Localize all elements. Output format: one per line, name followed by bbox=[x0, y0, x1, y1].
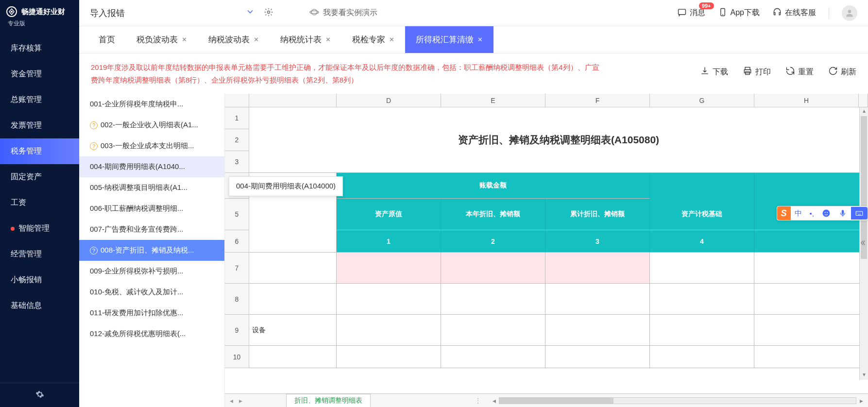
report-item[interactable]: 012-减免所得税优惠明细表(... bbox=[79, 323, 224, 344]
report-item[interactable]: 005-纳税调整项目明细表(A1... bbox=[79, 177, 224, 198]
row-header[interactable]: 1 bbox=[225, 107, 249, 129]
col-num: 3 bbox=[545, 230, 650, 253]
report-item[interactable]: 001-企业所得税年度纳税申... bbox=[79, 94, 224, 115]
data-cell[interactable] bbox=[545, 253, 650, 284]
data-cell[interactable] bbox=[754, 315, 868, 346]
sidebar-item[interactable]: 固定资产 bbox=[0, 164, 79, 190]
col-header[interactable]: H bbox=[754, 94, 859, 107]
report-item[interactable]: 010-免税、减计收入及加计... bbox=[79, 282, 224, 303]
sidebar-item[interactable]: 资金管理 bbox=[0, 61, 79, 87]
sidebar-item[interactable]: 库存核算 bbox=[0, 35, 79, 61]
row-header[interactable]: 8 bbox=[225, 284, 249, 315]
data-cell[interactable] bbox=[545, 346, 650, 368]
sidebar-item[interactable]: 工资 bbox=[0, 190, 79, 216]
row-header[interactable]: 10 bbox=[225, 346, 249, 368]
col-label: 本年折旧、摊销额 bbox=[441, 199, 545, 230]
report-item[interactable]: 009-企业所得税弥补亏损明... bbox=[79, 261, 224, 282]
app-download-button[interactable]: App下载 bbox=[718, 7, 760, 19]
topbar: 导入报错 我要看实例演示 消息 99+ bbox=[79, 0, 868, 26]
data-cell[interactable] bbox=[441, 253, 545, 284]
sidebar-item[interactable]: 总账管理 bbox=[0, 87, 79, 113]
tab[interactable]: 所得税汇算清缴✕ bbox=[405, 26, 494, 53]
reset-icon bbox=[785, 66, 795, 78]
data-cell[interactable] bbox=[754, 284, 868, 315]
col-label: 累计折旧、摊销额 bbox=[545, 199, 650, 230]
col-header[interactable]: E bbox=[441, 94, 545, 107]
row-headers: 1 2 3 4 5 6 7 8 9 10 bbox=[225, 107, 249, 368]
report-item[interactable]: 007-广告费和业务宣传费跨... bbox=[79, 219, 224, 240]
report-item[interactable]: ?008-资产折旧、摊销及纳税... bbox=[79, 240, 224, 261]
close-icon[interactable]: ✕ bbox=[254, 36, 259, 43]
row-header[interactable]: 7 bbox=[225, 253, 249, 284]
sheet-nav[interactable]: ◂▸ bbox=[225, 394, 247, 407]
ime-lang[interactable]: 中 bbox=[791, 207, 806, 220]
close-icon[interactable]: ✕ bbox=[477, 36, 483, 43]
row-header[interactable]: 3 bbox=[225, 151, 249, 173]
col-header[interactable]: F bbox=[545, 94, 650, 107]
report-item[interactable]: 004-期间费用明细表(A1040... bbox=[79, 156, 224, 177]
sheet-tab[interactable]: 折旧、摊销调整明细表 bbox=[286, 394, 371, 407]
ime-keyboard-icon[interactable] bbox=[851, 207, 868, 220]
col-num: 1 bbox=[337, 230, 441, 253]
report-item[interactable]: ?003-一般企业成本支出明细... bbox=[79, 136, 224, 156]
close-icon[interactable]: ✕ bbox=[182, 36, 187, 43]
print-button[interactable]: 打印 bbox=[743, 66, 771, 78]
row-header[interactable]: 6 bbox=[225, 230, 249, 253]
refresh-button[interactable]: 刷新 bbox=[828, 66, 856, 78]
col-header[interactable]: D bbox=[337, 94, 441, 107]
row-header[interactable]: 5 bbox=[225, 199, 249, 230]
report-item[interactable]: 011-研发费用加计扣除优惠... bbox=[79, 303, 224, 323]
tab[interactable]: 税检专家✕ bbox=[341, 26, 405, 53]
data-cell[interactable] bbox=[441, 284, 545, 315]
report-item[interactable]: 006-职工薪酬纳税调整明细... bbox=[79, 198, 224, 219]
demo-link[interactable]: 我要看实例演示 bbox=[309, 7, 377, 19]
data-cell[interactable] bbox=[650, 346, 754, 368]
ime-widget[interactable]: S 中 •, bbox=[777, 206, 868, 220]
report-item[interactable]: ?002-一般企业收入明细表(A1... bbox=[79, 115, 224, 136]
data-cell[interactable] bbox=[650, 315, 754, 346]
ime-mic-icon[interactable] bbox=[834, 207, 851, 220]
ime-emoji-icon[interactable] bbox=[818, 207, 834, 220]
col-header[interactable]: G bbox=[650, 94, 754, 107]
data-cell[interactable] bbox=[337, 346, 441, 368]
sidebar-item[interactable]: 智能管理 bbox=[0, 216, 79, 241]
data-cell[interactable] bbox=[337, 315, 441, 346]
data-cell[interactable] bbox=[337, 253, 441, 284]
page-selector-dropdown[interactable]: 导入报错 bbox=[90, 7, 255, 19]
messages-button[interactable]: 消息 99+ bbox=[677, 7, 705, 19]
sidebar-item[interactable]: 经营管理 bbox=[0, 241, 79, 267]
sidebar-item[interactable]: 小畅报销 bbox=[0, 267, 79, 293]
row-header[interactable]: 9 bbox=[225, 315, 249, 346]
data-cell[interactable] bbox=[441, 346, 545, 368]
tab[interactable]: 纳税波动表✕ bbox=[198, 26, 270, 53]
data-cell[interactable] bbox=[650, 284, 754, 315]
warning-notice: 2019年度涉及取以前年度结转数据的申报表单元格需要手工维护正确，才能保证本年及… bbox=[91, 61, 606, 86]
download-button[interactable]: 下载 bbox=[700, 66, 728, 78]
data-cell[interactable] bbox=[545, 284, 650, 315]
ime-logo-icon: S bbox=[777, 206, 791, 220]
reset-button[interactable]: 重置 bbox=[785, 66, 814, 78]
user-avatar[interactable] bbox=[842, 5, 857, 21]
sidebar-item[interactable]: 基础信息 bbox=[0, 293, 79, 319]
tab[interactable]: 税负波动表✕ bbox=[126, 26, 198, 53]
sidebar-settings[interactable] bbox=[0, 383, 79, 407]
settings-icon-button[interactable] bbox=[264, 7, 273, 18]
tab[interactable]: 纳税统计表✕ bbox=[270, 26, 341, 53]
data-cell[interactable] bbox=[441, 315, 545, 346]
sidebar-item[interactable]: 发票管理 bbox=[0, 113, 79, 138]
tab[interactable]: 首页 bbox=[88, 26, 126, 53]
data-cell[interactable] bbox=[545, 315, 650, 346]
mobile-icon bbox=[718, 7, 728, 19]
data-cell[interactable] bbox=[650, 253, 754, 284]
data-cell[interactable] bbox=[754, 346, 868, 368]
collapse-handle[interactable] bbox=[860, 235, 868, 251]
close-icon[interactable]: ✕ bbox=[389, 36, 394, 43]
data-cell[interactable] bbox=[754, 253, 868, 284]
ime-punct-icon[interactable]: •, bbox=[806, 207, 818, 220]
data-cell[interactable] bbox=[337, 284, 441, 315]
support-button[interactable]: 在线客服 bbox=[772, 7, 816, 19]
sidebar-item[interactable]: 税务管理 bbox=[0, 138, 79, 164]
close-icon[interactable]: ✕ bbox=[325, 36, 331, 43]
horizontal-scrollbar[interactable]: ◂ ▸ bbox=[487, 394, 868, 407]
row-header[interactable]: 2 bbox=[225, 129, 249, 151]
